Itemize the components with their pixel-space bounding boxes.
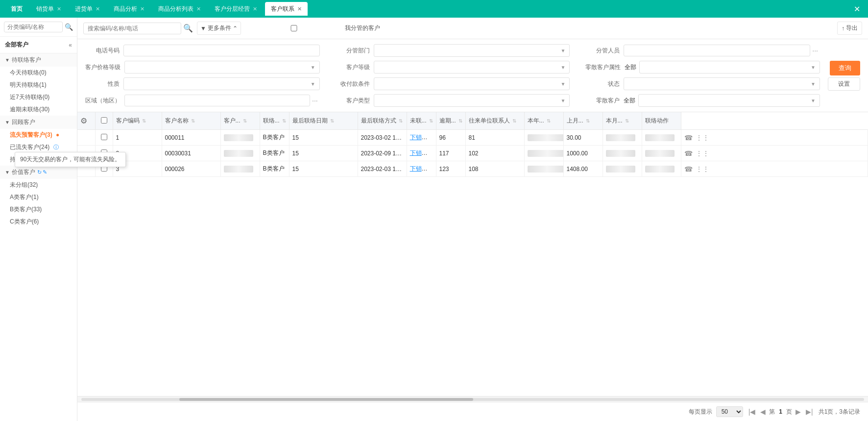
sidebar-collapse-icon[interactable]: « <box>69 42 72 49</box>
row-contact-count: 15 <box>289 146 358 161</box>
value-group-refresh-icon[interactable]: ↻ <box>37 169 42 175</box>
select-all-checkbox[interactable] <box>101 117 107 124</box>
export-button[interactable]: ↑ 导出 <box>837 22 862 35</box>
action-more-icon[interactable]: ⋮⋮ <box>696 149 709 157</box>
this-year-sort-icon[interactable]: ⇅ <box>547 118 551 124</box>
tab-home[interactable]: 首页 <box>5 2 28 16</box>
row-this-month <box>642 130 681 146</box>
filter-manager-input[interactable] <box>624 45 810 56</box>
last-method-sort-icon[interactable]: ⇅ <box>399 118 403 124</box>
row-code: 000011 <box>162 130 220 146</box>
filter-status-select[interactable]: ▼ <box>624 77 820 90</box>
tab-sales[interactable]: 销货单 ✕ <box>30 2 67 16</box>
filter-dept-select[interactable]: ▼ <box>374 44 570 57</box>
sidebar-search-input[interactable] <box>4 22 63 32</box>
th-last-method: 最后联络方式 ⇅ <box>358 112 407 130</box>
filter-nature-select[interactable]: ▼ <box>123 77 320 90</box>
row-no-contact: 96 <box>436 130 465 146</box>
last-page-button[interactable]: ▶| <box>804 408 815 416</box>
sidebar-item-ungrouped[interactable]: 未分组(32) <box>0 179 77 191</box>
row-unit-contact <box>524 146 563 161</box>
prev-page-button[interactable]: ◀ <box>759 408 767 416</box>
sidebar-item-b-class[interactable]: B类客户(33) <box>0 203 77 216</box>
tab-customer-contact-close[interactable]: ✕ <box>297 6 302 12</box>
more-filter-button[interactable]: ▼ 更多条件 ⌃ <box>197 22 241 35</box>
action-phone-icon[interactable]: ☎ <box>684 165 693 173</box>
dept-chevron-icon: ▼ <box>560 48 565 53</box>
sidebar-group-review[interactable]: ▼ 回顾客户 <box>0 116 77 129</box>
filter-phone-input[interactable] <box>123 45 320 56</box>
manager-more-icon[interactable]: ··· <box>810 47 820 54</box>
sidebar-item-c-class[interactable]: C类客户(6) <box>0 216 77 228</box>
page-label: 第 <box>769 408 775 416</box>
my-customers-checkbox-label[interactable]: 我分管的客户 <box>245 24 380 32</box>
tab-customer-layer[interactable]: 客户分层经营 ✕ <box>209 2 263 16</box>
action-more-icon[interactable]: ⋮⋮ <box>696 134 709 142</box>
no-contact-sort-icon[interactable]: ⇅ <box>429 118 433 124</box>
this-month-sort-icon[interactable]: ⇅ <box>625 118 629 124</box>
filter-area-input[interactable] <box>124 95 310 106</box>
sidebar-item-churn-warning[interactable]: 流失预警客户(3) ● <box>0 129 77 141</box>
sidebar-group-pending[interactable]: ▼ 待联络客户 <box>0 53 77 67</box>
row-this-year: 30.00 <box>563 130 603 146</box>
tab-product-analysis-close[interactable]: ✕ <box>140 6 145 12</box>
action-more-icon[interactable]: ⋮⋮ <box>696 165 709 173</box>
tab-purchase[interactable]: 进货单 ✕ <box>69 2 106 16</box>
th-this-year: 本年... ⇅ <box>524 112 563 130</box>
unit-contact-sort-icon[interactable]: ⇅ <box>512 118 516 124</box>
overdue-sort-icon[interactable]: ⇅ <box>458 118 462 124</box>
column-settings-icon[interactable]: ⚙ <box>80 117 87 125</box>
tab-product-list[interactable]: 商品分析列表 ✕ <box>152 2 207 16</box>
filter-price-select[interactable]: ▼ <box>124 61 320 74</box>
window-close-button[interactable]: ✕ <box>850 4 864 14</box>
code-sort-icon[interactable]: ⇅ <box>142 118 146 124</box>
scrollbar-thumb[interactable] <box>179 398 473 401</box>
sidebar-all-customers[interactable]: 全部客户 « <box>0 37 77 53</box>
search-input[interactable] <box>83 23 181 34</box>
tab-customer-layer-close[interactable]: ✕ <box>253 6 257 12</box>
action-phone-icon[interactable]: ☎ <box>684 134 693 142</box>
last-date-sort-icon[interactable]: ⇅ <box>330 118 334 124</box>
customer-type-chevron-icon: ▼ <box>560 98 565 103</box>
first-page-button[interactable]: |◀ <box>747 408 757 416</box>
filter-retail-customer-select[interactable]: ▼ <box>638 94 820 107</box>
tab-product-list-close[interactable]: ✕ <box>196 6 201 12</box>
row-checkbox[interactable] <box>101 134 107 140</box>
sidebar-item-tomorrow[interactable]: 明天待联络(1) <box>0 79 77 91</box>
sidebar-item-a-class[interactable]: A类客户(1) <box>0 191 77 203</box>
filter-level-select[interactable]: ▼ <box>374 61 570 74</box>
type-sort-icon[interactable]: ⇅ <box>243 118 247 124</box>
sidebar-search-icon[interactable]: 🔍 <box>65 23 73 31</box>
search-button[interactable]: 🔍 <box>183 24 193 33</box>
sidebar-item-overdue[interactable]: 逾期未联络(30) <box>0 103 77 116</box>
next-page-button[interactable]: ▶ <box>794 408 802 416</box>
my-customers-checkbox[interactable] <box>245 25 343 31</box>
name-sort-icon[interactable]: ⇅ <box>191 118 195 124</box>
retail-customer-value: 全部 <box>624 97 635 105</box>
filter-retail-attr-select[interactable]: ▼ <box>639 61 820 74</box>
settings-button[interactable]: 设置 <box>828 77 860 91</box>
table-row: 1 000011 B类客户 15 2023-03-02 10:30: 下销货单 … <box>77 130 868 146</box>
table-body: 1 000011 B类客户 15 2023-03-02 10:30: 下销货单 … <box>77 130 868 177</box>
action-phone-icon[interactable]: ☎ <box>684 149 693 157</box>
area-more-icon[interactable]: ··· <box>310 97 320 104</box>
sidebar-group-value[interactable]: ▼ 价值客户 ↻ ✎ <box>0 166 77 179</box>
filter-customer-type-select[interactable]: ▼ <box>374 94 570 107</box>
sidebar-item-today[interactable]: 今天待联络(0) <box>0 67 77 79</box>
tab-sales-close[interactable]: ✕ <box>57 6 61 12</box>
value-arrow-icon: ▼ <box>5 170 10 175</box>
filter-chevron-icon: ⌃ <box>233 25 238 32</box>
tab-customer-contact[interactable]: 客户联系 ✕ <box>265 2 308 16</box>
row-this-month <box>642 146 681 161</box>
tab-product-analysis[interactable]: 商品分析 ✕ <box>108 2 150 16</box>
contact-sort-icon[interactable]: ⇅ <box>282 118 286 124</box>
page-size-select[interactable]: 50 100 200 <box>716 406 743 417</box>
value-group-edit-icon[interactable]: ✎ <box>43 169 47 175</box>
tab-purchase-close[interactable]: ✕ <box>96 6 100 12</box>
query-button[interactable]: 查询 <box>830 61 860 75</box>
filter-payment-select[interactable]: ▼ <box>374 77 570 90</box>
horizontal-scrollbar[interactable] <box>77 396 868 402</box>
sidebar-item-7days[interactable]: 近7天待联络(0) <box>0 91 77 103</box>
row-last-month <box>603 146 642 161</box>
last-month-sort-icon[interactable]: ⇅ <box>586 118 590 124</box>
